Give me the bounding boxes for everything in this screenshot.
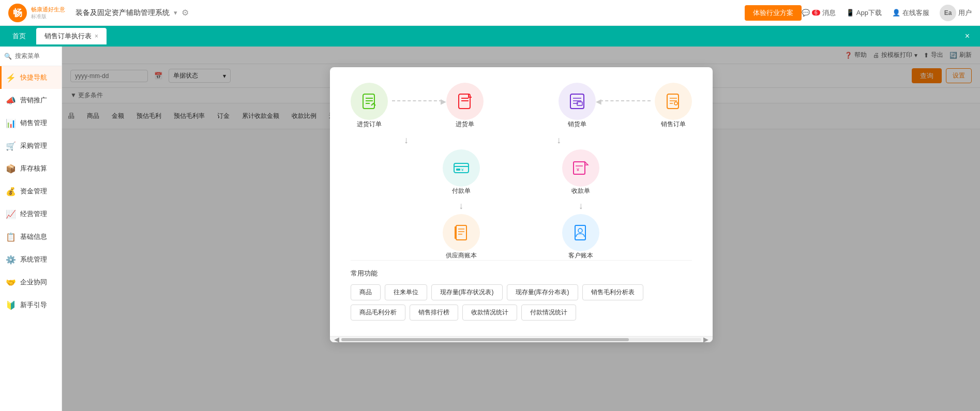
common-title: 常用功能 [351,269,692,278]
message-item[interactable]: 💬 6 消息 [802,8,836,18]
app-download-icon: 📱 [846,9,854,17]
sidebar-icon-sales: 📊 [6,118,16,128]
sidebar-label-newbie: 新手引导 [20,300,47,310]
sidebar-item-newbie[interactable]: 🔰 新手引导 [0,294,62,316]
svg-rect-7 [570,94,584,109]
sidebar-item-quick-nav[interactable]: ⚡ 快捷导航 [0,66,62,89]
message-badge: 6 [812,10,820,16]
trial-button[interactable]: 体验行业方案 [745,5,802,21]
svg-text:¥: ¥ [576,167,580,172]
system-dropdown-icon[interactable]: ▾ [174,9,177,17]
flow-item-sales-order[interactable]: 销售订单 [655,83,692,129]
svg-point-15 [674,102,677,105]
sidebar-item-sales[interactable]: 📊 销售管理 [0,112,62,134]
sidebar-icon-system: ⚙️ [6,254,16,265]
sidebar-item-basic[interactable]: 📋 基础信息 [0,225,62,248]
sidebar-icon-newbie: 🔰 [6,300,16,310]
sidebar-label-sales: 销售管理 [20,118,47,128]
flow-down-arrows: ↓ ↓ [351,133,692,147]
flow-down-arrows2: ↓ ↓ [351,200,692,212]
system-name-text: 装备及固定资产辅助管理系统 [76,8,170,18]
sidebar-search-label: 搜索菜单 [15,52,40,60]
online-service-item[interactable]: 👤 在线客服 [892,8,929,18]
sidebar-label-finance: 资金管理 [20,187,47,196]
sidebar-search[interactable]: 🔍 搜索菜单 [0,47,62,66]
sidebar-item-inventory[interactable]: 📦 库存核算 [0,157,62,180]
sidebar-item-operations[interactable]: 📈 经营管理 [0,203,62,225]
sales-bill-icon [559,83,596,120]
sidebar-item-enterprise[interactable]: 🤝 企业协同 [0,271,62,294]
function-btn[interactable]: 往来单位 [385,284,427,300]
sales-order-icon [655,83,692,120]
scrollbar-track [341,338,701,341]
flow-item-customer-ledger[interactable]: 客户账本 [562,214,599,260]
function-btn[interactable]: 销售排行榜 [410,305,458,321]
sidebar-items: ⚡ 快捷导航 📣 营销推广 📊 销售管理 🛒 采购管理 📦 库存核算 💰 资金管… [0,66,62,316]
sidebar: 🔍 搜索菜单 ⚡ 快捷导航 📣 营销推广 📊 销售管理 🛒 采购管理 📦 库存核… [0,47,62,411]
function-btn[interactable]: 商品毛利分析 [351,305,405,321]
arrow-sb-down: ↓ [540,133,578,147]
flow-diagram: 进货订单 ▶ [351,83,692,260]
online-service-icon: 👤 [892,9,900,17]
sidebar-label-purchase: 采购管理 [20,141,47,150]
tab-home[interactable]: 首页 [4,28,34,44]
receipt-label: 收款单 [571,187,590,195]
flow-item-purchase-bill[interactable]: 进货单 [446,83,484,129]
header-right: 💬 6 消息 📱 App下载 👤 在线客服 Ea 用户 [802,5,972,21]
sidebar-item-finance[interactable]: 💰 资金管理 [0,180,62,203]
function-btn[interactable]: 付款情况统计 [521,305,576,321]
message-icon: 💬 [802,9,810,17]
system-name-area: 装备及固定资产辅助管理系统 ▾ ⚙ [76,8,745,18]
flow-top-row: 进货订单 ▶ [351,83,692,129]
flow-item-payment[interactable]: ¥ 付款单 [443,149,480,195]
scrollbar-left-arrow[interactable]: ◀ [332,336,341,342]
user-label: 用户 [958,8,972,18]
sidebar-item-purchase[interactable]: 🛒 采购管理 [0,134,62,157]
content-area: ❓ 帮助 🖨 按模板打印 ▾ ⬆ 导出 🔄 刷新 📅 单据状态 [62,47,980,411]
avatar: Ea [940,5,956,21]
function-btn[interactable]: 销售毛利分析表 [582,284,643,300]
modal-content: 进货订单 ▶ [330,67,713,336]
supplier-ledger-icon [443,214,480,251]
function-btn[interactable]: 商品 [351,284,381,300]
sidebar-label-operations: 经营管理 [20,209,47,219]
scrollbar-thumb [341,338,629,341]
message-label: 消息 [822,8,836,18]
search-icon: 🔍 [4,53,12,60]
sidebar-item-marketing[interactable]: 📣 营销推广 [0,89,62,112]
flow-item-sales-bill[interactable]: 销货单 [559,83,596,129]
modal-overlay[interactable]: 进货订单 ▶ [62,47,980,411]
function-btn[interactable]: 现存量(库存状况表) [431,284,503,300]
user-item[interactable]: Ea 用户 [940,5,972,21]
modal: 进货订单 ▶ [330,67,713,342]
settings-icon[interactable]: ⚙ [182,8,189,18]
payment-label: 付款单 [452,187,471,195]
function-btn[interactable]: 现存量(库存分布表) [507,284,578,300]
svg-rect-18 [456,169,460,171]
sidebar-icon-basic: 📋 [6,232,16,242]
flow-item-purchase-order[interactable]: 进货订单 [351,83,388,129]
sidebar-label-quick-nav: 快捷导航 [20,73,47,82]
scrollbar-right-arrow[interactable]: ▶ [701,336,711,342]
tab-close-icon[interactable]: × [95,33,98,40]
tab-active[interactable]: 销售订单执行表 × [36,28,107,44]
logo-area: 畅 畅康通好生意 标准版 [8,4,70,22]
flow-bottom-row: 供应商账本 客户账本 [351,214,692,260]
flow-item-receipt[interactable]: ¥ 收款单 [562,149,599,195]
purchase-bill-label: 进货单 [456,120,474,129]
purchase-order-icon [351,83,388,120]
flow-item-supplier-ledger[interactable]: 供应商账本 [443,214,480,260]
app-download-item[interactable]: 📱 App下载 [846,8,882,18]
sales-bill-label: 销货单 [568,120,586,129]
logo-icon: 畅 [8,4,27,22]
sales-order-label: 销售订单 [661,120,686,129]
svg-rect-12 [667,94,679,109]
function-btn[interactable]: 收款情况统计 [462,305,517,321]
sidebar-item-system[interactable]: ⚙️ 系统管理 [0,248,62,271]
sidebar-icon-quick-nav: ⚡ [6,72,16,83]
modal-scrollbar[interactable]: ◀ ▶ [330,336,713,342]
customer-ledger-label: 客户账本 [568,251,593,260]
purchase-order-label: 进货订单 [357,120,382,129]
sidebar-icon-purchase: 🛒 [6,141,16,151]
nav-close-button[interactable]: × [959,32,976,41]
